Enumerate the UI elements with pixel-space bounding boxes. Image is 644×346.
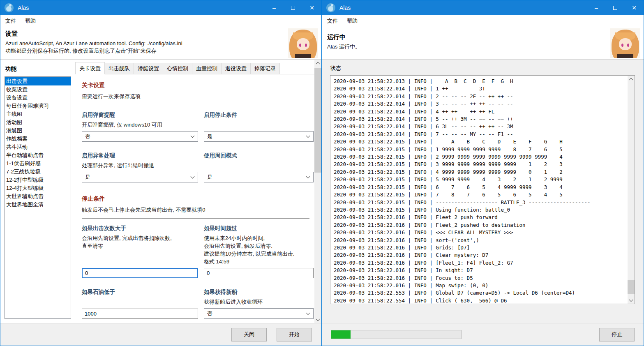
start-button[interactable]: 开始 — [277, 328, 312, 341]
log-output[interactable]: 2020-09-03 21:58:22.013 | INFO | A B C D… — [330, 75, 635, 304]
if-count-input[interactable]: 0 — [82, 268, 198, 278]
maximize-button[interactable] — [284, 0, 302, 15]
sidebar-item[interactable]: 大世界辅助点击 — [5, 192, 71, 201]
sidebar-item[interactable]: 收菜设置 — [5, 85, 71, 94]
sidebar-item[interactable]: 共斗活动 — [5, 143, 71, 151]
app-header: 设置 AzurLaneAutoScript, An Azur Lane auto… — [0, 27, 321, 60]
window-title: Alas — [18, 5, 29, 11]
sidebar-item[interactable]: 活动图 — [5, 118, 71, 127]
log-line: 2020-09-03 21:58:22.016 | INFO | Clear m… — [334, 251, 625, 259]
chevron-down-icon — [306, 311, 310, 315]
sidebar-item[interactable]: 设备设置 — [5, 94, 71, 102]
scrollbar[interactable] — [628, 76, 635, 304]
close-button[interactable]: ✕ — [625, 0, 644, 15]
sidebar-item[interactable]: 7-2三战拣垃圾 — [5, 168, 71, 176]
close-button[interactable]: ✕ — [302, 0, 321, 15]
close-window-button[interactable]: 关闭 — [231, 328, 267, 341]
log-line: 2020-09-03 21:58:22.014 | INFO | 7 -- --… — [334, 131, 625, 138]
section-description: 触发后不会马上停止会先完成当前出击, 不需要就填0 — [82, 206, 309, 214]
sidebar: 功能 出击设置 收菜设置 设备设置 每日任务困难演习 主线图 活动图 潜艇图 作… — [0, 60, 74, 323]
scroll-down-arrow[interactable] — [314, 316, 321, 323]
titlebar[interactable]: Alas – ✕ — [322, 0, 644, 15]
scrollbar-thumb[interactable] — [314, 68, 321, 173]
if-oil-input[interactable]: 1000 — [82, 309, 198, 319]
sidebar-item[interactable]: 1-1伏击刷好感 — [5, 159, 71, 168]
sidebar-item[interactable]: 12-2打中型练级 — [5, 176, 71, 184]
stop-condition-select[interactable]: 是 — [204, 131, 314, 142]
log-line: 2020-09-03 21:58:22.016 | INFO | Fleet_2… — [334, 221, 625, 229]
stop-button[interactable]: 停止 — [599, 328, 635, 341]
app-header: 运行中 Alas 运行中。 — [322, 27, 644, 60]
minimize-button[interactable]: – — [587, 0, 606, 15]
sidebar-item[interactable]: 潜艇图 — [5, 127, 71, 135]
log-line: 2020-09-03 21:58:22.015 | INFO | 1 9999 … — [334, 146, 625, 153]
log-line: 2020-09-03 21:58:22.014 | INFO | 5 -- ++… — [334, 115, 625, 123]
field-description: 会沿用先前设置, 完成出击将扣除次数, 直至清零 — [82, 234, 198, 250]
menu-file[interactable]: 文件 — [327, 17, 338, 25]
menu-help[interactable]: 帮助 — [25, 17, 36, 25]
sidebar-item[interactable]: 作战档案 — [5, 135, 71, 143]
tab-drop-record[interactable]: 掉落记录 — [250, 63, 280, 74]
chevron-down-icon — [306, 175, 310, 179]
tab-retirement[interactable]: 退役设置 — [221, 63, 251, 74]
field-label: 如果石油低于 — [82, 288, 198, 296]
sidebar-item[interactable]: 出击设置 — [5, 77, 71, 85]
settings-body: 功能 出击设置 收菜设置 设备设置 每日任务困难演习 主线图 活动图 潜艇图 作… — [0, 60, 321, 323]
tab-emotion[interactable]: 心情控制 — [163, 63, 192, 74]
sidebar-heading: 功能 — [5, 65, 71, 73]
log-line: 2020-09-03 21:58:22.015 | INFO | 5 9999 … — [334, 176, 625, 183]
log-line: 2020-09-03 21:58:22.015 | INFO | -------… — [334, 199, 625, 206]
sidebar-item[interactable]: 半自动辅助点击 — [5, 151, 71, 159]
alas-logo-icon — [5, 3, 14, 12]
scrollbar-thumb[interactable] — [628, 280, 635, 294]
chevron-down-icon — [191, 175, 195, 179]
field-label: 启用异常处理 — [82, 152, 198, 159]
if-new-ship-select[interactable]: 否 — [204, 308, 314, 319]
function-listbox: 出击设置 收菜设置 设备设置 每日任务困难演习 主线图 活动图 潜艇图 作战档案… — [5, 76, 71, 319]
log-line: 2020-09-03 21:58:22.015 | INFO | 6 7 6 5… — [334, 184, 625, 191]
exception-handle-select[interactable]: 是 — [82, 172, 198, 182]
if-time-input[interactable]: 0 — [204, 268, 314, 278]
sidebar-item[interactable]: 主线图 — [5, 110, 71, 118]
field-popup-notify: 启用弹窗提醒 开启弹窗提醒, 仅 windows10 可用 否 — [82, 111, 198, 142]
chevron-down-icon — [191, 134, 195, 138]
maximize-button[interactable] — [606, 0, 625, 15]
log-line: 2020-09-03 21:58:22.016 | INFO | Grids: … — [334, 244, 625, 251]
chevron-down-icon — [306, 134, 310, 138]
field-description: 获得新船后进入收获循环 — [204, 298, 314, 306]
scrollbar[interactable] — [314, 60, 321, 323]
scroll-down-arrow[interactable] — [628, 297, 635, 304]
menu-help[interactable]: 帮助 — [347, 17, 358, 25]
loop-mode-select[interactable]: 是 — [204, 172, 314, 182]
field-description: 开启弹窗提醒, 仅 windows10 可用 — [82, 121, 198, 129]
window-controls: – ✕ — [587, 0, 644, 15]
titlebar[interactable]: Alas – ✕ — [0, 0, 321, 15]
running-title: 运行中 — [327, 33, 639, 41]
sidebar-item[interactable]: 大世界地图全清 — [5, 201, 71, 209]
scroll-up-arrow[interactable] — [628, 76, 635, 83]
select-value: 是 — [207, 133, 212, 140]
tab-stage-settings[interactable]: 关卡设置 — [75, 62, 105, 74]
scroll-up-arrow[interactable] — [314, 60, 321, 67]
progress-bar-fill — [331, 330, 351, 339]
tab-submarine[interactable]: 潜艇设置 — [134, 63, 163, 74]
select-value: 是 — [207, 173, 212, 181]
tab-fleet[interactable]: 出击舰队 — [104, 63, 134, 74]
field-exception-handle: 启用异常处理 处理部分异常, 运行出错时撤退 是 — [82, 152, 198, 182]
menu-file[interactable]: 文件 — [5, 17, 16, 25]
log-line: 2020-09-03 21:58:22.014 | INFO | 1 ++ --… — [334, 85, 625, 92]
menubar: 文件 帮助 — [322, 15, 644, 27]
field-if-count-greater: 如果出击次数大于 会沿用先前设置, 完成出击将扣除次数, 直至清零 0 — [82, 225, 198, 278]
sidebar-item[interactable]: 每日任务困难演习 — [5, 102, 71, 110]
field-description: 处理部分异常, 运行出错时撤退 — [82, 161, 198, 169]
minimize-button[interactable]: – — [265, 0, 284, 15]
field-label: 使用周回模式 — [204, 152, 314, 159]
popup-notify-select[interactable]: 否 — [82, 131, 198, 142]
tab-content: 关卡设置 需要运行一次来保存选项 启用弹窗提醒 开启弹窗提醒, 仅 window… — [75, 74, 314, 323]
sidebar-item[interactable]: 12-4打大型练级 — [5, 184, 71, 192]
bottom-bar: 关闭 开始 — [0, 323, 321, 346]
tab-hp-control[interactable]: 血量控制 — [192, 63, 222, 74]
log-line: 2020-09-03 21:58:22.016 | INFO | In sigh… — [334, 267, 625, 274]
log-line: 2020-09-03 21:58:22.014 | INFO | 6 3L --… — [334, 123, 625, 130]
divider — [82, 218, 309, 219]
